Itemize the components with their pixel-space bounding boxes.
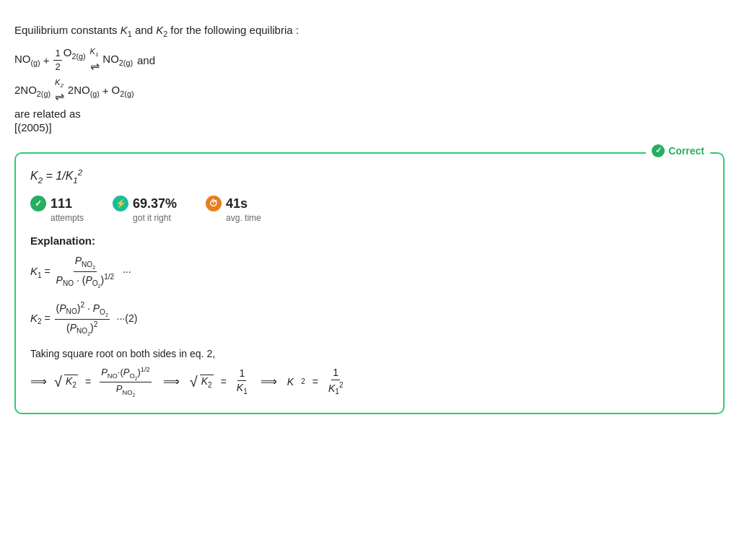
percentage-label: got it right bbox=[133, 213, 177, 223]
stats-row: ✓ 111 attempts ⚡ 69.37% got it right ⏱ 4… bbox=[30, 196, 709, 223]
clock-icon: ⏱ bbox=[206, 196, 222, 211]
stat-percentage-value: ⚡ 69.37% bbox=[113, 196, 177, 211]
stat-avg-time-value: ⏱ 41s bbox=[206, 196, 261, 211]
explanation-title: Explanation: bbox=[30, 235, 709, 247]
bolt-icon: ⚡ bbox=[113, 196, 128, 211]
stat-percentage: ⚡ 69.37% got it right bbox=[113, 196, 177, 223]
stat-attempts: ✓ 111 attempts bbox=[30, 196, 84, 223]
correct-label: Correct bbox=[668, 145, 704, 157]
k2-formula: K2 = (PNO)2 · PO2 (PNO2)2 ···(2) bbox=[30, 300, 709, 338]
correct-badge: ✓ Correct bbox=[646, 144, 710, 157]
answer-formula: K2 = 1/K12 bbox=[30, 168, 709, 185]
question-intro: Equilibrium constants K1 and K2 for the … bbox=[14, 22, 725, 40]
year-ref: [(2005)] bbox=[14, 121, 725, 134]
stat-avg-time: ⏱ 41s avg. time bbox=[206, 196, 261, 223]
equation-1: NO(g) + 1 2 O2(g) K1 ⇌ NO2(g) and bbox=[14, 46, 725, 74]
taking-sq-text: Taking square root on both sides in eq. … bbox=[30, 348, 709, 359]
stat-attempts-value: ✓ 111 bbox=[30, 196, 84, 211]
final-derivation: ⟹ √K2 = PNO·(PO2)1/2 PNO2 ⟹ √K2 = 1 K1 ⟹… bbox=[30, 365, 709, 398]
equation-2: 2NO2(g) K2 ⇌ 2NO(g) + O2(g) bbox=[14, 79, 725, 103]
k1-formula: K1 = PNO2 PNO · (PO2)1/2 ··· bbox=[30, 254, 709, 290]
correct-icon: ✓ bbox=[652, 144, 665, 157]
checkmark-icon: ✓ bbox=[30, 196, 46, 211]
question-block: Equilibrium constants K1 and K2 for the … bbox=[14, 14, 725, 145]
related-text: are related as bbox=[14, 108, 725, 120]
answer-box: ✓ Correct K2 = 1/K12 ✓ 111 attempts ⚡ 69… bbox=[14, 152, 725, 414]
attempts-label: attempts bbox=[51, 213, 84, 223]
avg-time-label: avg. time bbox=[226, 213, 261, 223]
